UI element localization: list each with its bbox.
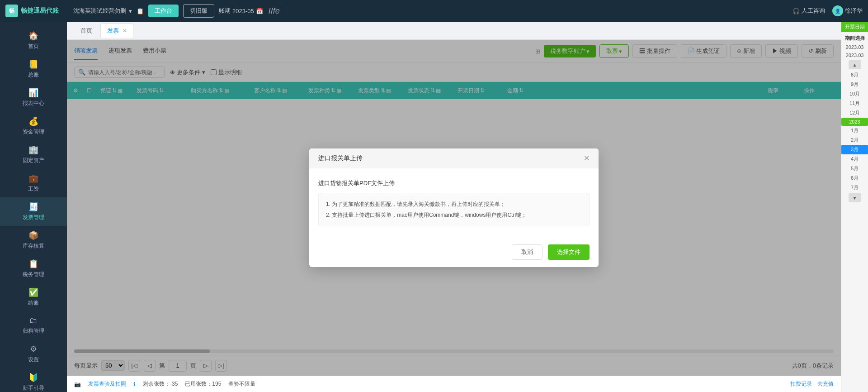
page-content: 销项发票 进项发票 费用小票 ⊞ 税务数字账户 ▾ 取票 ▾ [67, 40, 841, 376]
company-selector[interactable]: 沈海英测试经营勿删 ▾ 📋 [73, 7, 144, 15]
funds-icon: 💰 [28, 116, 38, 126]
sidebar-label-close: 结账 [28, 299, 39, 307]
period-2023-year[interactable]: 2023 [841, 118, 868, 126]
sidebar-label-guide: 新手引导 [23, 384, 44, 392]
dialog-overlay: 进口报关单上传 ✕ 进口货物报关单PDF文件上传 1. 为了更加精准的数据匹配，… [67, 40, 841, 376]
sidebar-label-archive: 归档管理 [23, 327, 44, 335]
calendar-icon[interactable]: 📅 [256, 8, 263, 14]
invoice-check-link[interactable]: 发票查验及拍照 [88, 380, 126, 388]
sidebar-item-guide[interactable]: 🔰 新手引导 [0, 368, 67, 392]
sidebar-label-assets: 固定资产 [23, 157, 44, 164]
assets-icon: 🏢 [28, 145, 38, 155]
home-icon: 🏠 [28, 31, 38, 41]
dialog-footer: 取消 选择文件 [309, 237, 599, 267]
period-up-button[interactable]: ▲ [849, 60, 861, 69]
period-6[interactable]: 6月 [841, 173, 868, 183]
sidebar-label-reports: 报表中心 [23, 100, 44, 107]
sidebar-label-settings: 设置 [28, 356, 39, 363]
avatar: 👤 [832, 5, 843, 16]
headset-icon: 🎧 [793, 8, 800, 14]
sidebar-label-tax: 税务管理 [23, 271, 44, 278]
period-2023-03-second[interactable]: 2023.03 [841, 51, 868, 59]
dialog-close-button[interactable]: ✕ [584, 154, 590, 163]
info-icon: ℹ [133, 381, 136, 387]
dialog-body: 进口货物报关单PDF文件上传 1. 为了更加精准的数据匹配，请先录入海关缴款书，… [309, 168, 599, 237]
close-books-icon: ✅ [28, 287, 38, 297]
salary-icon: 💼 [28, 173, 38, 183]
sidebar-item-assets[interactable]: 🏢 固定资产 [0, 140, 67, 169]
period-12[interactable]: 12月 [841, 108, 868, 118]
recharge-link[interactable]: 去充值 [817, 380, 834, 388]
period-header: 期间选择 [841, 32, 868, 43]
invoice-check-icon: 📷 [74, 381, 81, 387]
sidebar-item-funds[interactable]: 💰 资金管理 [0, 112, 67, 140]
top-bar-right: 🎧 人工咨询 👤 徐泽华 [793, 5, 863, 16]
sidebar: 🏠 首页 📒 总账 📊 报表中心 💰 资金管理 🏢 固定资产 💼 工资 🧾 发票… [0, 22, 67, 392]
select-file-button[interactable]: 选择文件 [548, 244, 590, 260]
switch-version-button[interactable]: 切旧版 [183, 4, 214, 18]
service-button[interactable]: 🎧 人工咨询 [793, 7, 825, 15]
guide-icon: 🔰 [28, 373, 38, 382]
sidebar-item-salary[interactable]: 💼 工资 [0, 169, 67, 197]
sidebar-label-ledger: 总账 [28, 71, 39, 79]
tab-home[interactable]: 首页 [74, 24, 99, 38]
period-2023-03-first[interactable]: 2023.03 [841, 43, 868, 51]
avatar-icon: 👤 [835, 9, 840, 14]
sidebar-item-home[interactable]: 🏠 首页 [0, 26, 67, 55]
period-1[interactable]: 1月 [841, 126, 868, 135]
sidebar-item-tax[interactable]: 📋 税务管理 [0, 254, 67, 283]
service-label: 人工咨询 [802, 7, 825, 15]
period-10[interactable]: 10月 [841, 89, 868, 99]
company-name: 沈海英测试经营勿删 [73, 7, 126, 15]
dialog-title: 进口报关单上传 [318, 154, 363, 163]
company-dropdown-icon[interactable]: ▾ [129, 8, 132, 14]
period-11[interactable]: 11月 [841, 99, 868, 108]
period-down-button[interactable]: ▼ [849, 193, 861, 202]
dialog-info-box: 1. 为了更加精准的数据匹配，请先录入海关缴款书，再上传对应的报关单； 2. 支… [318, 193, 590, 226]
period-7[interactable]: 7月 [841, 183, 868, 192]
tab-bar: 首页 发票 ✕ [67, 22, 841, 40]
period-3[interactable]: 3月 [841, 145, 868, 154]
content-area: 首页 发票 ✕ 销项发票 进项发票 费用小票 ⊞ [67, 22, 841, 392]
sidebar-label-invoice: 发票管理 [23, 214, 44, 221]
sidebar-item-settings[interactable]: ⚙ 设置 [0, 339, 67, 368]
open-date-label: 开票日期 [845, 24, 865, 29]
logo-icon: 畅 [5, 5, 18, 17]
import-customs-dialog: 进口报关单上传 ✕ 进口货物报关单PDF文件上传 1. 为了更加精准的数据匹配，… [309, 148, 599, 267]
period-4[interactable]: 4月 [841, 154, 868, 164]
ledger-icon: 📒 [28, 59, 38, 69]
period-2[interactable]: 2月 [841, 135, 868, 145]
period-8[interactable]: 8月 [841, 70, 868, 80]
tab-close-button[interactable]: ✕ [123, 28, 127, 33]
sidebar-label-home: 首页 [28, 43, 39, 50]
tab-home-label: 首页 [80, 27, 92, 34]
settings-icon: ⚙ [30, 344, 37, 354]
inventory-icon: 📦 [28, 230, 38, 240]
tab-invoice[interactable]: 发票 ✕ [100, 24, 133, 38]
sidebar-item-ledger[interactable]: 📒 总账 [0, 55, 67, 83]
sidebar-item-inventory[interactable]: 📦 库存核算 [0, 226, 67, 254]
invoice-icon: 🧾 [28, 202, 38, 212]
query-limit: 查验不限量 [228, 380, 255, 388]
app-logo: 畅 畅捷通易代账 [5, 5, 69, 17]
period-display: 账期 2023-05 📅 IIfe [219, 6, 280, 16]
open-date-button[interactable]: 开票日期 [841, 22, 868, 32]
sidebar-item-archive[interactable]: 🗂 归档管理 [0, 311, 67, 339]
tab-invoice-label: 发票 [107, 27, 119, 34]
period-label: 账期 [219, 7, 231, 15]
company-icon: 📋 [137, 8, 144, 14]
sidebar-item-close[interactable]: ✅ 结账 [0, 283, 67, 311]
archive-icon: 🗂 [29, 316, 38, 325]
fee-record-link[interactable]: 扣费记录 [790, 380, 812, 388]
workspace-button[interactable]: 工作台 [148, 5, 179, 17]
remaining-count: 剩余张数：-35 [143, 380, 178, 388]
cancel-button[interactable]: 取消 [512, 244, 542, 260]
period-9[interactable]: 9月 [841, 80, 868, 89]
sidebar-item-reports[interactable]: 📊 报表中心 [0, 83, 67, 112]
used-count: 已用张数：195 [185, 380, 221, 388]
sidebar-label-funds: 资金管理 [23, 128, 44, 136]
user-menu[interactable]: 👤 徐泽华 [832, 5, 863, 16]
period-5[interactable]: 5月 [841, 164, 868, 173]
iife-text: IIfe [269, 6, 280, 16]
sidebar-item-invoice[interactable]: 🧾 发票管理 [0, 197, 67, 226]
